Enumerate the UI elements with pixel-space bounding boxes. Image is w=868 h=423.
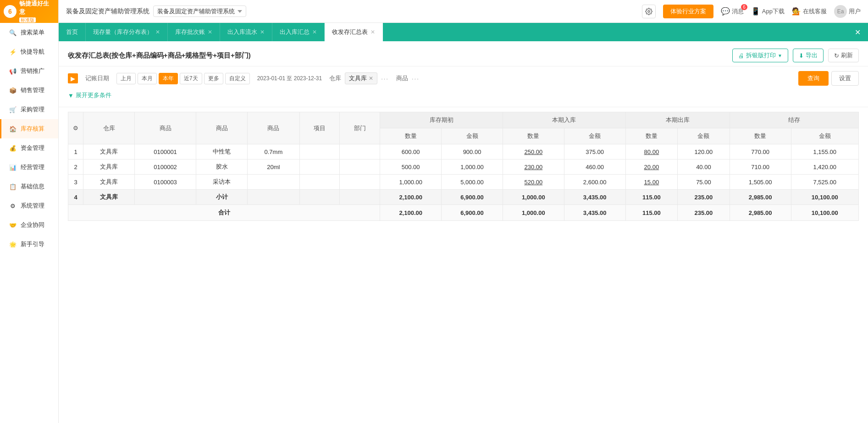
cell-spec: 0.7mm: [248, 144, 300, 159]
cell-code: 0100002: [135, 159, 196, 175]
cell-qty-open: 1,000.00: [380, 175, 442, 190]
warehouse-more-dots[interactable]: ···: [381, 75, 389, 82]
user-item[interactable]: Ea 用户: [834, 5, 861, 18]
sidebar-item-finance[interactable]: 💰 资金管理: [0, 138, 58, 158]
tab-inventory-dist[interactable]: 现存量（库存分布表） ✕: [86, 23, 168, 41]
cell-qty-close: 770.00: [730, 144, 791, 159]
cell-qty-out[interactable]: 20.00: [625, 159, 678, 175]
sidebar-item-sales[interactable]: 📦 销售管理: [0, 81, 58, 100]
warehouse-tag: 文具库 ✕: [345, 72, 377, 84]
date-btn-7days[interactable]: 近7天: [180, 73, 202, 84]
system-select[interactable]: 装备及固定资产辅助管理系统: [153, 5, 246, 17]
date-btn-this-month[interactable]: 本月: [138, 73, 157, 84]
query-button[interactable]: 查询: [798, 71, 829, 86]
top-header: 装备及固定资产辅助管理系统 装备及固定资产辅助管理系统 体验行业方案 💬 6 消…: [59, 0, 868, 23]
message-badge: 6: [741, 4, 747, 10]
sidebar-item-quick-nav[interactable]: ⚡ 快捷导航: [0, 42, 58, 61]
sidebar-item-marketing[interactable]: 📢 营销推广: [0, 61, 58, 81]
goods-more-dots[interactable]: ···: [412, 75, 420, 82]
sidebar-nav: 🔍 搜索菜单 ⚡ 快捷导航 📢 营销推广 📦 销售管理 🛒 采购管理 🏠 库存核…: [0, 23, 58, 423]
footer-amt-close: 10,100.00: [791, 205, 858, 221]
sidebar-item-label: 采购管理: [21, 105, 44, 114]
cell-project: [299, 175, 340, 190]
warehouse-tag-close[interactable]: ✕: [369, 75, 373, 82]
date-label: 记账日期: [85, 74, 109, 82]
page-actions: 🖨 拆银版打印 ▼ ⬇ 导出 ↻ 刷新: [732, 49, 859, 62]
cell-qty-in[interactable]: 1,000.00: [503, 190, 564, 205]
try-industry-button[interactable]: 体验行业方案: [663, 5, 713, 18]
tab-receive-summary[interactable]: 收发存汇总表 ✕: [325, 23, 383, 41]
sidebar-item-search[interactable]: 🔍 搜索菜单: [0, 23, 58, 42]
sidebar-item-label: 系统管理: [21, 202, 44, 210]
cell-department: [340, 175, 380, 190]
data-table: ⚙ 仓库 商品 商品 商品 项目 部门 库存期初 本期入库 本期出库 结存 数量: [68, 112, 859, 221]
cell-warehouse: 文具库: [83, 144, 135, 159]
tab-receive-summary-label: 收发存汇总表: [332, 28, 368, 36]
footer-qty-close: 2,985.00: [730, 205, 791, 221]
sidebar-item-purchase[interactable]: 🛒 采购管理: [0, 100, 58, 119]
sidebar-item-system[interactable]: ⚙ 系统管理: [0, 196, 58, 215]
cell-project: [299, 190, 340, 205]
sidebar-item-inventory[interactable]: 🏠 库存核算: [0, 119, 58, 138]
gear-button[interactable]: [642, 5, 656, 18]
tab-batch-account[interactable]: 库存批次账 ✕: [168, 23, 220, 41]
date-btn-last-month[interactable]: 上月: [116, 73, 136, 84]
filter-settings-button[interactable]: 设置: [831, 71, 859, 86]
goods-label: 商品: [396, 74, 408, 82]
cell-qty-in[interactable]: 250.00: [503, 144, 564, 159]
tab-home[interactable]: 首页: [59, 23, 86, 41]
filter-expand-button[interactable]: ▶: [68, 73, 78, 83]
tab-in-out-summary-label: 出入库汇总: [280, 28, 310, 36]
date-btn-custom[interactable]: 自定义: [225, 73, 250, 84]
tab-inventory-dist-label: 现存量（库存分布表）: [93, 28, 153, 36]
sidebar-item-guide[interactable]: 🌟 新手引导: [0, 235, 58, 254]
tab-home-label: 首页: [66, 28, 78, 36]
cell-qty-out[interactable]: 80.00: [625, 144, 678, 159]
export-button[interactable]: ⬇ 导出: [793, 49, 824, 62]
online-service-item[interactable]: 💁 在线客服: [792, 7, 827, 16]
app-download-item[interactable]: 📱 App下载: [751, 7, 785, 16]
cell-warehouse: 文具库: [83, 159, 135, 175]
inventory-icon: 🏠: [9, 125, 17, 133]
print-icon: 🖨: [738, 52, 744, 59]
col-settings[interactable]: ⚙: [68, 112, 83, 144]
tab-close-icon[interactable]: ✕: [260, 29, 265, 35]
message-item[interactable]: 💬 6 消息: [721, 7, 744, 16]
footer-label: 合计: [68, 205, 380, 221]
cell-warehouse: 文具库: [83, 175, 135, 190]
date-btn-more[interactable]: 更多: [204, 73, 223, 84]
cell-qty-close: 1,505.00: [730, 175, 791, 190]
cell-qty-out[interactable]: 15.00: [625, 175, 678, 190]
expand-conditions-button[interactable]: ▼ 展开更多条件: [68, 88, 111, 102]
date-range-text: 2023-01-01 至 2023-12-31: [257, 75, 322, 82]
page-header: 收发存汇总表(按仓库+商品编码+商品+规格型号+项目+部门) 🖨 拆银版打印 ▼…: [59, 41, 868, 66]
footer-amt-open: 6,900.00: [442, 205, 503, 221]
sidebar-item-operations[interactable]: 📊 经营管理: [0, 158, 58, 177]
tab-close-icon[interactable]: ✕: [155, 29, 160, 35]
tab-in-out-flow[interactable]: 出入库流水 ✕: [220, 23, 272, 41]
footer-amt-in: 3,435.00: [564, 205, 625, 221]
cell-qty-in[interactable]: 520.00: [503, 175, 564, 190]
cell-qty-open: 600.00: [380, 144, 442, 159]
cell-qty-out[interactable]: 115.00: [625, 190, 678, 205]
tab-close-icon[interactable]: ✕: [370, 29, 375, 35]
cell-no: 1: [68, 144, 83, 159]
sidebar-item-label: 搜索菜单: [21, 28, 44, 37]
sidebar-item-enterprise[interactable]: 🤝 企业协同: [0, 215, 58, 235]
sidebar-item-basic-info[interactable]: 📋 基础信息: [0, 177, 58, 196]
cell-project: [299, 159, 340, 175]
table-footer-row: 合计 2,100.00 6,900.00 1,000.00 3,435.00 1…: [68, 205, 859, 221]
table-row: 2文具库0100002胶水20ml500.001,000.00230.00460…: [68, 159, 859, 175]
purchase-icon: 🛒: [9, 105, 17, 114]
print-button[interactable]: 🖨 拆银版打印 ▼: [732, 49, 788, 62]
page-title: 收发存汇总表(按仓库+商品编码+商品+规格型号+项目+部门): [68, 51, 251, 60]
tab-in-out-summary[interactable]: 出入库汇总 ✕: [272, 23, 325, 41]
tab-bar-close-button[interactable]: ✕: [847, 23, 868, 41]
content-area: 收发存汇总表(按仓库+商品编码+商品+规格型号+项目+部门) 🖨 拆银版打印 ▼…: [59, 41, 868, 423]
tab-close-icon[interactable]: ✕: [312, 29, 317, 35]
refresh-button[interactable]: ↻ 刷新: [828, 49, 859, 62]
cell-qty-in[interactable]: 230.00: [503, 159, 564, 175]
date-btn-this-year[interactable]: 本年: [159, 73, 178, 84]
tab-close-icon[interactable]: ✕: [208, 29, 212, 35]
guide-icon: 🌟: [9, 240, 17, 248]
